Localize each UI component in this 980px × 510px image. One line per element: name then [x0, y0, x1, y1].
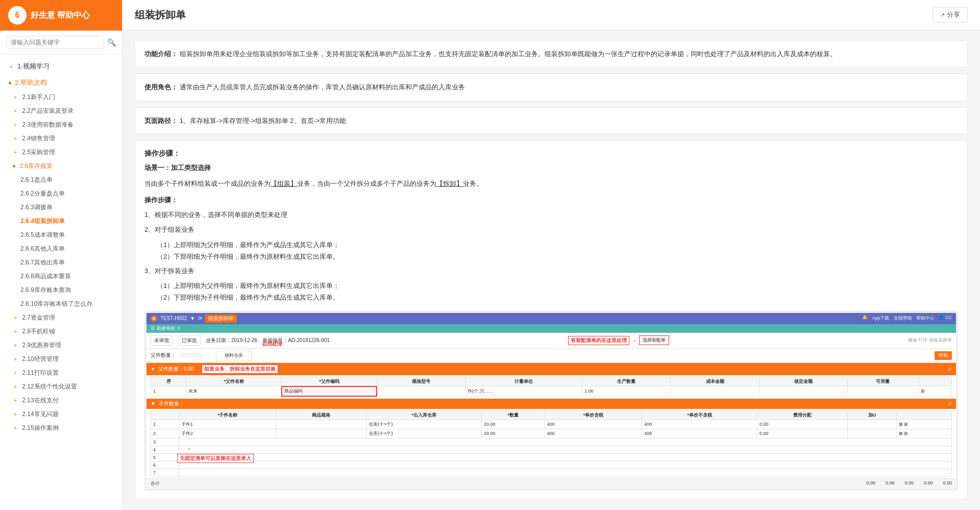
step-2: 2、对于组装业务: [144, 224, 958, 235]
nav-group-docs: ● 2.帮助文档 ＋ 2.1新手入门 ＋ 2.2产品安装及登录 ＋ 2.3使用前…: [0, 75, 122, 435]
sidebar-item-262[interactable]: 2.6.2分量盘点单: [16, 187, 122, 201]
search-input[interactable]: [6, 36, 104, 49]
sidebar-item-29[interactable]: ＋ 2.9优惠券管理: [8, 338, 122, 352]
step-3: 3、对于拆装业务: [144, 265, 958, 277]
step-1: 1、根据不同的业务，选择不同单据的类型来处理: [144, 209, 958, 221]
screenshot-container: 6 TEST-H002 ▼ ⟳ 组装拆卸单 🔔App下载在线帮助帮助中心👤 CC…: [144, 311, 958, 491]
screenshot-arrow4: ↑: [187, 446, 190, 453]
share-button[interactable]: ↗ 分享: [933, 7, 968, 22]
role-text: 通常由生产人员或库管人员完成拆装业务的操作，库管人员确认原材料的出库和产成品的入…: [180, 83, 465, 91]
role-label: 使用角色：: [144, 83, 178, 91]
sub-step-21: （1）上部明细为父件明细，最终作为产成品生成其它入库单；: [144, 239, 958, 251]
screenshot-lower-table: *子件名称 商品规格 *出入库仓库 *数量 *单价含税 *单价不含税 费用分配 …: [146, 409, 956, 478]
screenshot-toggle-row: ▼ 父件数量：0.00 组装业务、拆卸业务在这里切换 ⤢: [146, 363, 956, 375]
sub-step-32: （2）下部明细为子件明细，最终作为产成品生成其它入库单。: [144, 292, 958, 303]
screenshot-annotation4: 无固定清单可以直接在这里录入: [177, 454, 254, 463]
steps-title: 操作步骤：: [144, 149, 958, 158]
screenshot-qty-input: [180, 354, 202, 357]
sidebar-item-211[interactable]: ＋ 2.11打印设置: [8, 366, 122, 380]
sidebar-header: 6 好生意 帮助中心: [0, 0, 122, 31]
plus-icon: ＋: [12, 342, 18, 349]
screenshot-logo: 6: [151, 315, 157, 322]
intro-text: 组装拆卸单用来处理企业组装或拆卸等加工业务，支持有固定装配清单的产品加工业务，也…: [180, 50, 837, 58]
sidebar-item-docs[interactable]: ● 2.帮助文档: [0, 75, 122, 90]
sidebar-item-267[interactable]: 2.6.7其他出库单: [16, 256, 122, 270]
sidebar-item-261[interactable]: 2.6.1盘点单: [16, 173, 122, 187]
sidebar-item-265[interactable]: 2.6.5成本调整单: [16, 228, 122, 242]
plus-icon: ＋: [12, 149, 18, 156]
sidebar-item-215[interactable]: ＋ 2.15操作案例: [8, 421, 122, 435]
screenshot-annotation3-area: 领料仓库 启用处理: [216, 351, 252, 360]
screenshot-form-date: 业务日期：2019-12-26: [206, 337, 257, 344]
sidebar-item-23[interactable]: ＋ 2.3使用前数据准备: [8, 118, 122, 132]
sidebar-item-268[interactable]: 2.6.8商品成本重算: [16, 270, 122, 283]
sidebar-item-26[interactable]: ● 2.6库存核算: [8, 159, 122, 173]
screenshot-annotation1: 有装配清单的在这里处理: [568, 336, 629, 345]
scenario-desc: 当由多个子件材料组装成一个成品的业务为【组装】业务，当由一个父件拆分成多个子产品…: [144, 178, 958, 189]
step-intro: 操作步骤：: [144, 194, 958, 206]
site-title: 好生意 帮助中心: [31, 10, 90, 21]
plus-icon: ＋: [8, 62, 14, 71]
plus-icon: ＋: [12, 369, 18, 376]
search-box: 🔍: [0, 31, 122, 55]
plus-icon: ＋: [12, 328, 18, 335]
screenshot-select-btn: 选择装配单: [639, 335, 669, 345]
sidebar-item-28[interactable]: ＋ 2.8手机旺铺: [8, 325, 122, 338]
scenario-title: 场景一：加工类型选择: [144, 164, 211, 172]
screenshot-sub-header: 父件数量： 领料仓库 启用处理 审核: [146, 349, 956, 363]
sidebar-item-264[interactable]: 2.6.4组装拆卸单: [16, 214, 122, 228]
content-area: 功能介绍： 组装拆卸单用来处理企业组装或拆卸等加工业务，支持有固定装配清单的产品…: [122, 30, 980, 510]
screenshot-footer: 合计0.000.000.000.000.00: [146, 478, 956, 489]
sidebar-item-2610[interactable]: 2.6.10库存账本错了怎么办: [16, 297, 122, 311]
sidebar: 6 好生意 帮助中心 🔍 ＋ 1.视频学习 ● 2.帮助文档 ＋ 2.1新手入: [0, 0, 122, 510]
sidebar-item-214[interactable]: ＋ 2.14常见问题: [8, 407, 122, 421]
screenshot-expand-icon: ⤢: [948, 367, 952, 372]
screenshot-upper-table: 序 *父件名称 *父件编码 规格型号 计量单位 生产数量 成本金额 核定金额 可…: [146, 375, 956, 398]
nav-tree: ＋ 1.视频学习 ● 2.帮助文档 ＋ 2.1新手入门 ＋ 2.2产品安装及登录: [0, 55, 122, 510]
plus-icon: ＋: [12, 424, 18, 431]
screenshot-nav: ☰新建单据X: [146, 324, 956, 333]
plus-icon: ＋: [12, 93, 18, 101]
screenshot-arrow: ▼: [151, 367, 155, 372]
sidebar-item-212[interactable]: ＋ 2.12系统个性化设置: [8, 380, 122, 394]
plus-icon: ＋: [12, 410, 18, 418]
sidebar-item-27[interactable]: ＋ 2.7资金管理: [8, 311, 122, 325]
path-text: 1、库存核算->库存管理->组装拆卸单 2、首页->常用功能: [180, 117, 347, 125]
sidebar-item-266[interactable]: 2.6.6其他入库单: [16, 242, 122, 256]
screenshot-annotation2: 组装业务、拆卸业务在这里切换: [202, 365, 278, 374]
sub-step-31: （1）上部明细为父件明细，最终作为原材料生成其它出库单；: [144, 280, 958, 292]
screenshot-warehouse-input: 领料仓库: [216, 351, 252, 360]
plus-icon: ＋: [12, 135, 18, 142]
path-block: 页面路径： 1、库存核算->库存管理->组装拆卸单 2、首页->常用功能: [135, 107, 968, 134]
steps-block: 操作步骤： 场景一：加工类型选择 当由多个子件材料组装成一个成品的业务为【组装】…: [135, 140, 968, 499]
plus-icon: ＋: [12, 107, 18, 114]
sidebar-item-210[interactable]: ＋ 2.10经营管理: [8, 352, 122, 366]
plus-icon: ＋: [12, 397, 18, 404]
nav-sub-children-26: 2.6.1盘点单 2.6.2分量盘点单 2.6.3调拨单 2.6.4组装拆卸单 …: [8, 173, 122, 311]
screenshot-qty-label: 父件数量：: [151, 352, 176, 359]
screenshot-tab-active: 未审批: [151, 335, 173, 346]
page-title: 组装拆卸单: [135, 8, 186, 22]
share-icon: ↗: [940, 12, 945, 18]
plus-icon: ＋: [12, 383, 18, 390]
screenshot-annotation1-area: 有装配清单的在这里处理 → 选择装配单: [335, 335, 903, 345]
nav-children-docs: ＋ 2.1新手入门 ＋ 2.2产品安装及登录 ＋ 2.3使用前数据准备 ＋ 2.…: [0, 90, 122, 435]
sidebar-item-263[interactable]: 2.6.3调拨单: [16, 201, 122, 214]
sidebar-item-video[interactable]: ＋ 1.视频学习: [0, 59, 122, 74]
nav-group-video: ＋ 1.视频学习: [0, 59, 122, 74]
screenshot-lower-section: ▼子件数量： ⤢: [146, 399, 956, 409]
screenshot-version: ▼: [190, 315, 195, 321]
sidebar-item-24[interactable]: ＋ 2.4销售管理: [8, 132, 122, 145]
sidebar-item-22[interactable]: ＋ 2.2产品安装及登录: [8, 104, 122, 118]
screenshot-annotation3: 启用处理: [262, 341, 282, 348]
screenshot-section-label: 父件数量：0.00: [158, 366, 193, 373]
sidebar-item-21[interactable]: ＋ 2.1新手入门: [8, 90, 122, 104]
screenshot-toolbar-btn: 组装拆卸单: [205, 314, 237, 323]
search-icon[interactable]: 🔍: [107, 38, 116, 46]
intro-label: 功能介绍：: [144, 50, 178, 58]
main-header: 组装拆卸单 ↗ 分享: [122, 0, 980, 30]
sidebar-item-25[interactable]: ＋ 2.5采购管理: [8, 145, 122, 159]
plus-icon: ＋: [12, 355, 18, 362]
sidebar-item-269[interactable]: 2.6.9库存账本查询: [16, 283, 122, 297]
sidebar-item-213[interactable]: ＋ 2.13在线支付: [8, 394, 122, 407]
